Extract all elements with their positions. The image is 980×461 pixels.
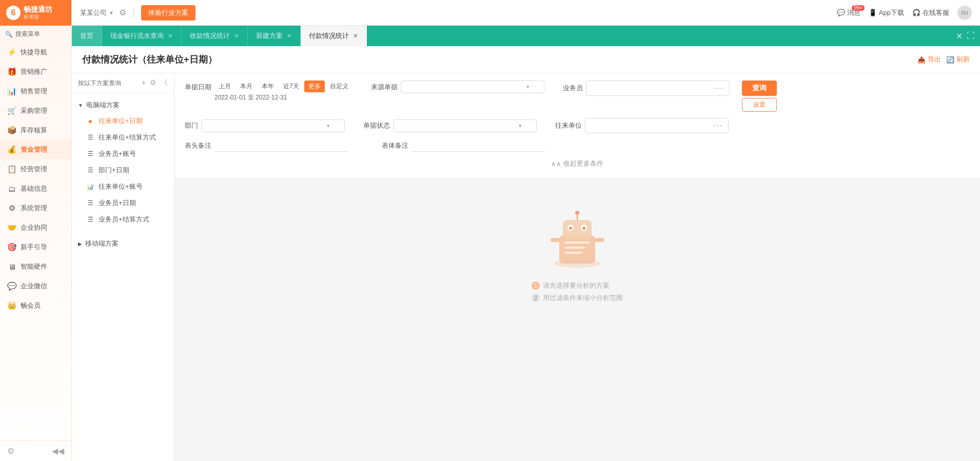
message-icon: 💬 [837, 9, 845, 16]
scheme-item-staff-account[interactable]: ☰ 业务员+账号 [72, 146, 174, 162]
date-this-month[interactable]: 本月 [236, 81, 257, 92]
tab-expand-icon[interactable]: ⛶ [967, 31, 975, 41]
dept-select[interactable]: ▾ [201, 119, 345, 132]
tab-home[interactable]: 首页 [72, 26, 102, 46]
messages-badge: 99+ [852, 5, 865, 11]
collapse-btn[interactable]: ∧∧ 收起更多条件 [185, 156, 970, 171]
payment-tab-close-icon[interactable]: ✕ [353, 32, 358, 39]
tab-close-all-icon[interactable]: ✕ [956, 31, 963, 41]
date-last-month[interactable]: 上月 [214, 81, 235, 92]
sidebar-item-cooperation[interactable]: 🤝 企业协同 [0, 218, 71, 237]
scheme-item-partner-date[interactable]: ● 往来单位+日期 [72, 113, 174, 129]
sidebar-collapse-icon[interactable]: ◀◀ [52, 446, 64, 456]
messages-btn[interactable]: 💬 消息 99+ [837, 8, 860, 17]
panel-settings-icon[interactable]: ⚙ [150, 78, 156, 88]
logo-icon: 6 [6, 6, 21, 20]
dept-label: 部门 [185, 121, 198, 130]
search-menu[interactable]: 🔍 搜索菜单 [0, 26, 71, 43]
app-sub: 标准版 [24, 13, 52, 21]
topbar-settings-icon[interactable]: ⚙ [119, 8, 126, 17]
panel-add-icon[interactable]: + [142, 78, 146, 88]
panel-header-label: 按以下方案查询 [78, 79, 121, 88]
export-label: 导出 [928, 55, 941, 64]
new-plan-tab-close-icon[interactable]: ✕ [287, 32, 292, 39]
refresh-btn[interactable]: 🔄 刷新 [946, 55, 970, 64]
company-dropdown-icon[interactable]: ▾ [110, 9, 113, 16]
date-last-7[interactable]: 近7天 [279, 81, 303, 92]
user-avatar[interactable]: Rit [957, 6, 972, 20]
sidebar-item-sales[interactable]: 📊 销售管理 [0, 82, 71, 101]
filter-row-1: 单据日期 上月 本月 本年 近7天 更多 自定义 [185, 81, 970, 112]
salesman-select[interactable]: ··· [586, 81, 730, 96]
source-select[interactable]: ▾ [401, 81, 544, 93]
sidebar-item-inventory[interactable]: 📦 库存核算 [0, 121, 71, 140]
filter-settings-btn[interactable]: 设置 [742, 98, 777, 112]
sidebar-item-system-label: 系统管理 [21, 204, 47, 213]
scheme-item-partner-account[interactable]: 📊 往来单位+账号 [72, 178, 174, 195]
date-custom[interactable]: 自定义 [326, 81, 352, 92]
basics-icon: 🗂 [7, 184, 16, 193]
pc-section-header[interactable]: ▼ 电脑端方案 [72, 97, 174, 113]
scheme-item-partner-settle[interactable]: ☰ 往来单位+结算方式 [72, 129, 174, 146]
empty-state: 请先选择要分析的方案 用过滤条件来缩小分析范围 [174, 179, 980, 335]
sidebar-item-finance-label: 资金管理 [21, 145, 47, 154]
scheme-item-staff-settle[interactable]: ☰ 业务员+结算方式 [72, 211, 174, 228]
collapse-icon: ∧∧ [551, 160, 561, 168]
tab-bank[interactable]: 现金银行流水查询 ✕ [102, 26, 182, 46]
company-area: 某某公司 ▾ [80, 8, 113, 17]
sidebar-item-purchase[interactable]: 🛒 采购管理 [0, 101, 71, 121]
panel-collapse-icon[interactable]: 《 [161, 78, 168, 88]
topbar-divider: | [132, 7, 135, 18]
tab-payment[interactable]: 付款情况统计 ✕ [301, 26, 367, 46]
wechat-icon: 💬 [7, 282, 16, 291]
scheme-item-dept-date-label: 部门+日期 [99, 166, 129, 175]
svg-point-6 [582, 227, 585, 230]
svg-rect-9 [551, 238, 560, 242]
receipt-tab-close-icon[interactable]: ✕ [234, 32, 239, 39]
page-title: 付款情况统计（往来单位+日期） [82, 53, 217, 66]
sidebar-item-finance[interactable]: 💰 资金管理 [0, 140, 71, 159]
scheme-item-staff-date[interactable]: ☰ 业务员+日期 [72, 195, 174, 211]
quick-nav-icon: ⚡ [7, 48, 16, 57]
download-btn[interactable]: 📱 App下载 [869, 8, 904, 17]
bank-tab-close-icon[interactable]: ✕ [168, 32, 173, 39]
tab-receipt[interactable]: 收款情况统计 ✕ [182, 26, 248, 46]
sidebar-item-operations[interactable]: 📋 经营管理 [0, 159, 71, 179]
scheme-active-icon: ● [86, 117, 94, 125]
filter-partner-group: 往来单位 ··· [555, 118, 729, 133]
home-tab-label: 首页 [80, 31, 93, 41]
partner-select[interactable]: ··· [585, 118, 729, 133]
sidebar-item-marketing[interactable]: 🎁 营销推广 [0, 62, 71, 82]
date-label: 单据日期 [185, 81, 211, 92]
filter-date-group: 单据日期 上月 本月 本年 近7天 更多 自定义 [185, 81, 352, 102]
svg-rect-13 [564, 252, 582, 254]
sidebar-item-system[interactable]: ⚙ 系统管理 [0, 198, 71, 218]
body-note-input[interactable] [411, 139, 545, 152]
date-more[interactable]: 更多 [304, 81, 325, 92]
sidebar-item-guide[interactable]: 🎯 新手引导 [0, 237, 71, 257]
sidebar-item-purchase-label: 采购管理 [21, 106, 47, 115]
tab-new-plan[interactable]: 新建方案 ✕ [248, 26, 301, 46]
header-note-input[interactable] [214, 139, 348, 152]
refresh-icon: 🔄 [946, 56, 954, 64]
date-options-group: 上月 本月 本年 近7天 更多 自定义 2022-01-01 至 2022-12… [214, 81, 352, 102]
scheme-icon-5: ☰ [86, 199, 94, 207]
sidebar-item-hardware[interactable]: 🖥 智能硬件 [0, 257, 71, 276]
sidebar-item-quick-nav[interactable]: ⚡ 快捷导航 [0, 43, 71, 62]
service-btn[interactable]: 🎧 在线客服 [912, 8, 949, 17]
export-icon: 📤 [917, 56, 926, 64]
date-this-year[interactable]: 本年 [258, 81, 278, 92]
sidebar-item-wechat[interactable]: 💬 企业微信 [0, 276, 71, 296]
sidebar-settings-icon[interactable]: ⚙ [7, 446, 14, 456]
export-btn[interactable]: 📤 导出 [917, 55, 941, 64]
filter-body-note-group: 表体备注 [382, 139, 545, 152]
query-btn[interactable]: 查询 [742, 81, 777, 96]
scheme-item-dept-date[interactable]: ☰ 部门+日期 [72, 162, 174, 178]
empty-hint-2: 用过滤条件来缩小分析范围 [532, 292, 623, 304]
sidebar-item-vip[interactable]: 👑 畅会员 [0, 296, 71, 315]
collapse-label: 收起更多条件 [563, 159, 603, 168]
mobile-section-header[interactable]: ▶ 移动端方案 [72, 236, 174, 251]
doc-status-select[interactable]: ▾ [393, 119, 537, 132]
trial-btn[interactable]: 体验行业方案 [141, 5, 195, 21]
sidebar-item-basics[interactable]: 🗂 基础信息 [0, 179, 71, 198]
